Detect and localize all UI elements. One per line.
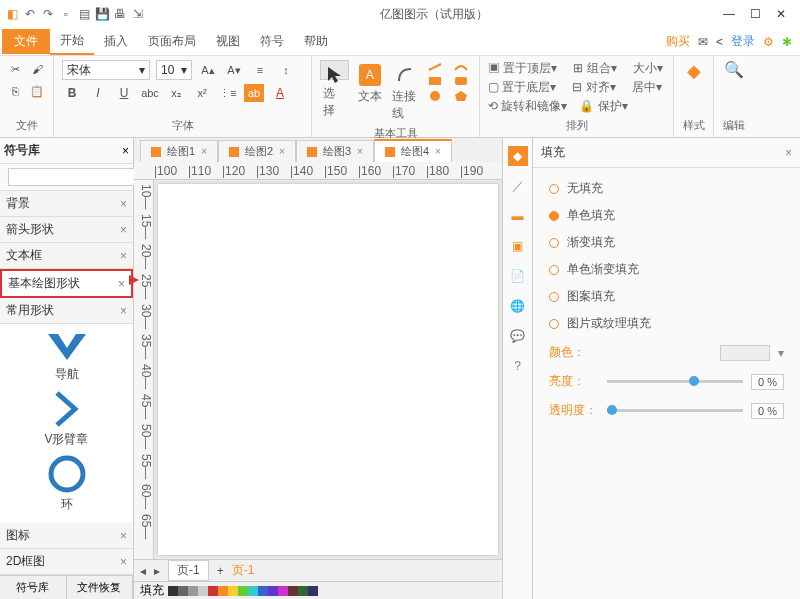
- category-5[interactable]: 图标×: [0, 523, 133, 549]
- style-icon[interactable]: ◆: [687, 60, 701, 82]
- fill-option-0[interactable]: 无填充: [549, 180, 784, 197]
- rect-shape-icon[interactable]: [427, 76, 443, 86]
- swatch[interactable]: [278, 586, 288, 596]
- page-nav-next[interactable]: ▸: [154, 564, 160, 578]
- file-menu[interactable]: 文件: [2, 29, 50, 54]
- swatch[interactable]: [188, 586, 198, 596]
- category-6[interactable]: 2D框图×: [0, 549, 133, 575]
- grow-font-icon[interactable]: A▴: [198, 61, 218, 79]
- connector-tool[interactable]: 连接线: [390, 60, 419, 126]
- settings-icon[interactable]: ⚙: [763, 35, 774, 49]
- line-shape-icon[interactable]: [427, 62, 443, 72]
- align-icon[interactable]: ≡: [250, 61, 270, 79]
- shrink-font-icon[interactable]: A▾: [224, 61, 244, 79]
- cut-icon[interactable]: ✂: [8, 60, 24, 78]
- layer-tool-icon[interactable]: ▣: [508, 236, 528, 256]
- spacing-icon[interactable]: ↕: [276, 61, 296, 79]
- shape-ring[interactable]: 环: [47, 454, 87, 513]
- shape-nav[interactable]: 导航: [44, 330, 90, 383]
- brightness-value[interactable]: 0 %: [751, 374, 784, 390]
- circle-shape-icon[interactable]: [427, 90, 443, 102]
- font-select[interactable]: 宋体▾: [62, 60, 150, 80]
- export-icon[interactable]: ⇲: [130, 6, 146, 22]
- rrect-shape-icon[interactable]: [453, 76, 469, 86]
- copy-icon[interactable]: ⎘: [8, 82, 24, 100]
- tab-help[interactable]: 帮助: [294, 29, 338, 54]
- swatch[interactable]: [248, 586, 258, 596]
- foot-tab-recover[interactable]: 文件恢复: [67, 576, 134, 599]
- size-select[interactable]: 10▾: [156, 60, 192, 80]
- opacity-value[interactable]: 0 %: [751, 403, 784, 419]
- swatch[interactable]: [288, 586, 298, 596]
- page-add-icon[interactable]: +: [217, 564, 224, 578]
- feedback-icon[interactable]: ✉: [698, 35, 708, 49]
- swatch[interactable]: [238, 586, 248, 596]
- panel-close-icon[interactable]: ×: [122, 144, 129, 158]
- swatch[interactable]: [308, 586, 318, 596]
- arrange-back[interactable]: ▢ 置于底层▾: [488, 79, 556, 96]
- poly-shape-icon[interactable]: [453, 90, 469, 102]
- font-color-icon[interactable]: A: [270, 84, 290, 102]
- fill-option-1[interactable]: 单色填充: [549, 207, 784, 224]
- fill-option-5[interactable]: 图片或纹理填充: [549, 315, 784, 332]
- opacity-slider[interactable]: [607, 409, 743, 412]
- foot-tab-library[interactable]: 符号库: [0, 576, 67, 599]
- highlight-icon[interactable]: ab: [244, 84, 264, 102]
- swatch[interactable]: [258, 586, 268, 596]
- category-4[interactable]: 常用形状×: [0, 298, 133, 324]
- swatch[interactable]: [228, 586, 238, 596]
- fill-panel-close-icon[interactable]: ×: [785, 146, 792, 160]
- login-link[interactable]: 登录: [731, 33, 755, 50]
- line-tool-icon[interactable]: ／: [508, 176, 528, 196]
- arrange-group[interactable]: ⊞ 组合▾: [573, 60, 616, 77]
- brightness-slider[interactable]: [607, 380, 743, 383]
- doc-tab-3[interactable]: 绘图4×: [374, 139, 452, 162]
- sub-icon[interactable]: x₂: [166, 84, 186, 102]
- category-1[interactable]: 箭头形状×: [0, 217, 133, 243]
- page-tab[interactable]: 页-1: [168, 560, 209, 581]
- search-edit-icon[interactable]: 🔍: [724, 60, 744, 79]
- arrange-size[interactable]: 大小▾: [633, 60, 663, 77]
- fill-option-4[interactable]: 图案填充: [549, 288, 784, 305]
- swatch[interactable]: [298, 586, 308, 596]
- doc-tab-2[interactable]: 绘图3×: [296, 140, 374, 162]
- tab-symbol[interactable]: 符号: [250, 29, 294, 54]
- arrange-center[interactable]: 居中▾: [632, 79, 662, 96]
- paste-icon[interactable]: 📋: [30, 82, 46, 100]
- redo-icon[interactable]: ↷: [40, 6, 56, 22]
- category-0[interactable]: 背景×: [0, 191, 133, 217]
- open-icon[interactable]: ▤: [76, 6, 92, 22]
- tab-layout[interactable]: 页面布局: [138, 29, 206, 54]
- canvas-page[interactable]: [158, 184, 498, 555]
- doc-tab-0[interactable]: 绘图1×: [140, 140, 218, 162]
- underline-icon[interactable]: U: [114, 84, 134, 102]
- tab-home[interactable]: 开始: [50, 28, 94, 55]
- fill-option-3[interactable]: 单色渐变填充: [549, 261, 784, 278]
- fill-tool-icon[interactable]: ◆: [508, 146, 528, 166]
- color-picker[interactable]: [720, 345, 770, 361]
- print-icon[interactable]: 🖶: [112, 6, 128, 22]
- comment-tool-icon[interactable]: 💬: [508, 326, 528, 346]
- swatch[interactable]: [178, 586, 188, 596]
- category-3[interactable]: 基本绘图形状×: [0, 269, 133, 298]
- category-2[interactable]: 文本框×: [0, 243, 133, 269]
- theme-tool-icon[interactable]: 🌐: [508, 296, 528, 316]
- swatch[interactable]: [218, 586, 228, 596]
- arc-shape-icon[interactable]: [453, 62, 469, 72]
- select-tool[interactable]: 选择: [320, 60, 349, 80]
- close-icon[interactable]: ✕: [774, 7, 788, 21]
- share-icon[interactable]: <: [716, 35, 723, 49]
- arrange-rotate[interactable]: ⟲ 旋转和镜像▾: [488, 98, 567, 115]
- help-tool-icon[interactable]: ?: [508, 356, 528, 376]
- undo-icon[interactable]: ↶: [22, 6, 38, 22]
- swatch[interactable]: [208, 586, 218, 596]
- strike-icon[interactable]: abc: [140, 84, 160, 102]
- shadow-tool-icon[interactable]: ▬: [508, 206, 528, 226]
- tab-insert[interactable]: 插入: [94, 29, 138, 54]
- swatch[interactable]: [268, 586, 278, 596]
- fill-option-2[interactable]: 渐变填充: [549, 234, 784, 251]
- brush-icon[interactable]: 🖌: [30, 60, 46, 78]
- sup-icon[interactable]: x²: [192, 84, 212, 102]
- bullet-icon[interactable]: ⋮≡: [218, 84, 238, 102]
- minimize-icon[interactable]: —: [722, 7, 736, 21]
